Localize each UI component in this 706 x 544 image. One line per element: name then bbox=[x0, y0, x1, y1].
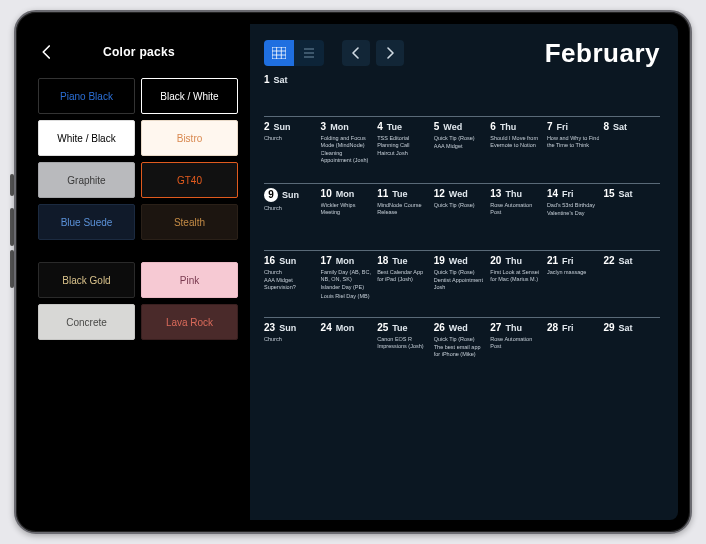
color-pack-black-white[interactable]: Black / White bbox=[141, 78, 238, 114]
view-list-button[interactable] bbox=[294, 40, 324, 66]
day-number: 10 bbox=[321, 188, 332, 199]
day-cell[interactable]: 5WedQuick Tip (Rose)AAA Midget bbox=[434, 117, 491, 183]
day-cell[interactable]: 8Sat bbox=[603, 117, 660, 183]
event-item[interactable]: Rose Automation Post bbox=[490, 336, 543, 350]
event-item[interactable]: Cleaning Appointment (Josh) bbox=[321, 150, 374, 164]
event-item[interactable]: Wickler Whips Meeting bbox=[321, 202, 374, 216]
event-item[interactable]: Best Calendar App for iPad (Josh) bbox=[377, 269, 430, 283]
day-cell[interactable]: 14FriDad's 53rd BirthdayValentine's Day bbox=[547, 184, 604, 250]
day-cell[interactable]: 6ThuShould I Move from Evernote to Notio… bbox=[490, 117, 547, 183]
color-pack-stealth[interactable]: Stealth bbox=[141, 204, 238, 240]
day-name: Sat bbox=[619, 323, 633, 333]
event-item[interactable]: Islander Day (PE) bbox=[321, 284, 374, 291]
event-item[interactable]: Louis Riel Day (MB) bbox=[321, 293, 374, 300]
day-cell[interactable]: 12WedQuick Tip (Rose) bbox=[434, 184, 491, 250]
event-item[interactable]: Church bbox=[264, 269, 317, 276]
day-number: 29 bbox=[603, 322, 614, 333]
color-pack-pink[interactable]: Pink bbox=[141, 262, 238, 298]
day-name: Fri bbox=[562, 323, 574, 333]
day-cell[interactable]: 21FriJaclyn massage bbox=[547, 251, 604, 317]
event-item[interactable]: MindNode Course Release bbox=[377, 202, 430, 216]
event-item[interactable]: AAA Midget Supervision? bbox=[264, 277, 317, 291]
day-cell[interactable]: 2SunChurch bbox=[264, 117, 321, 183]
event-item[interactable]: Church bbox=[264, 205, 317, 212]
event-list: Church bbox=[264, 336, 317, 343]
day-number: 25 bbox=[377, 322, 388, 333]
event-item[interactable]: First Look at Sensei for Mac (Marius M.) bbox=[490, 269, 543, 283]
day-name: Tue bbox=[392, 189, 407, 199]
day-cell[interactable]: 28Fri bbox=[547, 318, 604, 384]
event-item[interactable]: How and Why to Find the Time to Think bbox=[547, 135, 600, 149]
day-number: 7 bbox=[547, 121, 553, 132]
next-month-button[interactable] bbox=[376, 40, 404, 66]
color-pack-blue-suede[interactable]: Blue Suede bbox=[38, 204, 135, 240]
event-item[interactable]: Church bbox=[264, 135, 317, 142]
day-cell[interactable]: 18TueBest Calendar App for iPad (Josh) bbox=[377, 251, 434, 317]
pack-label: Pink bbox=[180, 275, 199, 286]
color-pack-lava-rock[interactable]: Lava Rock bbox=[141, 304, 238, 340]
day-number: 24 bbox=[321, 322, 332, 333]
day-name: Thu bbox=[505, 256, 522, 266]
view-month-button[interactable] bbox=[264, 40, 294, 66]
day-name: Wed bbox=[449, 256, 468, 266]
color-pack-graphite[interactable]: Graphite bbox=[38, 162, 135, 198]
day-cell[interactable]: 13ThuRose Automation Post bbox=[490, 184, 547, 250]
day-cell[interactable]: 9SunChurch bbox=[264, 184, 321, 250]
color-pack-bistro[interactable]: Bistro bbox=[141, 120, 238, 156]
day-cell[interactable]: 10MonWickler Whips Meeting bbox=[321, 184, 378, 250]
day-cell[interactable]: 7FriHow and Why to Find the Time to Thin… bbox=[547, 117, 604, 183]
day-number: 5 bbox=[434, 121, 440, 132]
day-number: 6 bbox=[490, 121, 496, 132]
pack-label: Lava Rock bbox=[166, 317, 213, 328]
event-item[interactable]: AAA Midget bbox=[434, 143, 487, 150]
prev-month-button[interactable] bbox=[342, 40, 370, 66]
day-cell[interactable]: 27ThuRose Automation Post bbox=[490, 318, 547, 384]
day-cell[interactable]: 17MonFamily Day (AB, BC, NB, ON, SK)Isla… bbox=[321, 251, 378, 317]
event-item[interactable]: The best email app for iPhone (Mike) bbox=[434, 344, 487, 358]
event-item[interactable]: Jaclyn massage bbox=[547, 269, 600, 276]
color-packs-sidebar: Color packs Piano BlackBlack / WhiteWhit… bbox=[28, 24, 250, 520]
day-cell[interactable]: 24Mon bbox=[321, 318, 378, 384]
day-cell[interactable]: 22Sat bbox=[603, 251, 660, 317]
event-item[interactable]: Folding and Focus Mode (MindNode) bbox=[321, 135, 374, 149]
week-row: 9SunChurch10MonWickler Whips Meeting11Tu… bbox=[264, 183, 660, 250]
day-cell[interactable]: 4TueTSS Editorial Planning CallHaircut J… bbox=[377, 117, 434, 183]
day-cell[interactable]: 19WedQuick Tip (Rose)Dentist Appointment… bbox=[434, 251, 491, 317]
pack-group-1: Piano BlackBlack / WhiteWhite / BlackBis… bbox=[38, 78, 240, 240]
event-item[interactable]: Quick Tip (Rose) bbox=[434, 135, 487, 142]
event-item[interactable]: Rose Automation Post bbox=[490, 202, 543, 216]
event-item[interactable]: Quick Tip (Rose) bbox=[434, 269, 487, 276]
color-pack-white-black[interactable]: White / Black bbox=[38, 120, 135, 156]
day-cell[interactable]: 3MonFolding and Focus Mode (MindNode)Cle… bbox=[321, 117, 378, 183]
day-number: 22 bbox=[603, 255, 614, 266]
event-item[interactable]: Quick Tip (Rose) bbox=[434, 202, 487, 209]
day-cell[interactable]: 23SunChurch bbox=[264, 318, 321, 384]
event-item[interactable]: TSS Editorial Planning Call bbox=[377, 135, 430, 149]
color-pack-concrete[interactable]: Concrete bbox=[38, 304, 135, 340]
day-cell[interactable]: 26WedQuick Tip (Rose)The best email app … bbox=[434, 318, 491, 384]
color-pack-gt40[interactable]: GT40 bbox=[141, 162, 238, 198]
event-item[interactable]: Quick Tip (Rose) bbox=[434, 336, 487, 343]
back-button[interactable] bbox=[38, 43, 56, 61]
day-name: Mon bbox=[336, 256, 355, 266]
day-name: Sun bbox=[282, 190, 299, 200]
day-cell[interactable]: 20ThuFirst Look at Sensei for Mac (Mariu… bbox=[490, 251, 547, 317]
day-cell[interactable]: 15Sat bbox=[603, 184, 660, 250]
day-cell[interactable]: 29Sat bbox=[603, 318, 660, 384]
day-cell[interactable]: 25TueCanon EOS R Impressions (Josh) bbox=[377, 318, 434, 384]
event-list: Folding and Focus Mode (MindNode)Cleanin… bbox=[321, 135, 374, 164]
day-name: Wed bbox=[443, 122, 462, 132]
color-pack-piano-black[interactable]: Piano Black bbox=[38, 78, 135, 114]
pack-label: Graphite bbox=[67, 175, 105, 186]
event-item[interactable]: Dad's 53rd Birthday bbox=[547, 202, 600, 209]
event-item[interactable]: Canon EOS R Impressions (Josh) bbox=[377, 336, 430, 350]
day-cell[interactable]: 16SunChurchAAA Midget Supervision? bbox=[264, 251, 321, 317]
color-pack-black-gold[interactable]: Black Gold bbox=[38, 262, 135, 298]
event-item[interactable]: Dentist Appointment Josh bbox=[434, 277, 487, 291]
event-item[interactable]: Haircut Josh bbox=[377, 150, 430, 157]
event-item[interactable]: Valentine's Day bbox=[547, 210, 600, 217]
event-item[interactable]: Family Day (AB, BC, NB, ON, SK) bbox=[321, 269, 374, 283]
event-item[interactable]: Church bbox=[264, 336, 317, 343]
day-cell[interactable]: 11TueMindNode Course Release bbox=[377, 184, 434, 250]
event-item[interactable]: Should I Move from Evernote to Notion bbox=[490, 135, 543, 149]
